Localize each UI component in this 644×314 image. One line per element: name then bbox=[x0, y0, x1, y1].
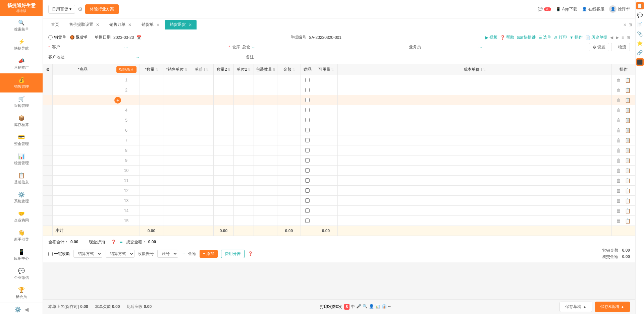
gift-cell-7[interactable] bbox=[301, 135, 314, 145]
available-cell-15[interactable] bbox=[314, 216, 338, 226]
pkg-cell-4[interactable] bbox=[254, 105, 277, 115]
goods-cell-7[interactable] bbox=[53, 135, 113, 145]
close-window-icon[interactable]: ✕ bbox=[623, 22, 627, 27]
unit2-cell-8[interactable] bbox=[234, 145, 254, 155]
calc-select[interactable]: 结算方式 bbox=[106, 250, 135, 258]
shortcut-link[interactable]: ⌨ 快捷键 bbox=[517, 35, 536, 40]
unit2-cell-6[interactable] bbox=[234, 125, 254, 135]
price-cell-12[interactable] bbox=[190, 186, 214, 196]
video-link[interactable]: ▶ 视频 bbox=[485, 35, 497, 40]
pkg-cell-9[interactable] bbox=[254, 155, 277, 166]
gift-checkbox-11[interactable] bbox=[305, 178, 310, 183]
pkg-cell-12[interactable] bbox=[254, 186, 277, 196]
amount-cell-3[interactable] bbox=[277, 95, 301, 105]
cost-cell-8[interactable] bbox=[338, 145, 612, 155]
address-dots[interactable]: ··· bbox=[136, 55, 139, 60]
pkg-cell-2[interactable] bbox=[254, 85, 277, 95]
gift-cell-2[interactable] bbox=[301, 85, 314, 95]
goods-cell-8[interactable] bbox=[53, 145, 113, 155]
gift-checkbox-7[interactable] bbox=[305, 138, 310, 142]
sidebar-item-wechat[interactable]: 💬企业微信 bbox=[0, 264, 43, 284]
account-dots[interactable]: ··· bbox=[181, 251, 185, 256]
sale-radio-input[interactable] bbox=[48, 35, 53, 40]
unit-cell-15[interactable] bbox=[163, 216, 190, 226]
copy-btn-8[interactable]: 📋 bbox=[624, 147, 632, 154]
gift-checkbox-14[interactable] bbox=[305, 208, 310, 213]
goods-input-10[interactable] bbox=[55, 168, 110, 173]
copy-btn-10[interactable]: 📋 bbox=[624, 167, 632, 174]
qty2-cell-1[interactable] bbox=[214, 75, 234, 85]
sidebar-item-collab[interactable]: 🤝企业协同 bbox=[0, 207, 43, 226]
unit2-cell-14[interactable] bbox=[234, 206, 254, 216]
operate-link[interactable]: ▼ 操作 bbox=[570, 35, 583, 40]
del-btn-13[interactable]: 🗑 bbox=[615, 197, 622, 204]
cost-cell-11[interactable] bbox=[338, 176, 612, 186]
sidebar-settings-icon[interactable]: ⚙️ bbox=[14, 306, 21, 313]
qty2-cell-2[interactable] bbox=[214, 85, 234, 95]
del-btn-7[interactable]: 🗑 bbox=[615, 137, 622, 144]
del-btn-10[interactable]: 🗑 bbox=[615, 167, 622, 174]
gift-checkbox-4[interactable] bbox=[305, 108, 310, 112]
goods-cell-9[interactable] bbox=[53, 155, 113, 166]
gift-checkbox-8[interactable] bbox=[305, 148, 310, 152]
available-cell-6[interactable] bbox=[314, 125, 338, 135]
amount-cell-10[interactable] bbox=[277, 166, 301, 176]
rp-icon-0[interactable]: 📋 bbox=[636, 2, 644, 9]
gift-cell-5[interactable] bbox=[301, 115, 314, 125]
cost-cell-2[interactable] bbox=[338, 85, 612, 95]
tab-close-3[interactable]: ✕ bbox=[156, 22, 160, 27]
cost-cell-1[interactable] bbox=[338, 75, 612, 85]
gift-cell-15[interactable] bbox=[301, 216, 314, 226]
qty2-cell-9[interactable] bbox=[214, 155, 234, 166]
copy-btn-3[interactable]: 📋 bbox=[624, 97, 632, 104]
sidebar-item-quick[interactable]: ⚡快捷导航 bbox=[0, 35, 43, 54]
unit-cell-11[interactable] bbox=[163, 176, 190, 186]
col-scan[interactable]: 扫码录入 bbox=[113, 64, 140, 75]
price-cell-11[interactable] bbox=[190, 176, 214, 186]
rp-icon-3[interactable]: 📎 bbox=[636, 30, 644, 38]
help-link[interactable]: ❓ 帮助 bbox=[500, 35, 514, 40]
unit-cell-14[interactable] bbox=[163, 206, 190, 216]
available-cell-10[interactable] bbox=[314, 166, 338, 176]
cost-cell-5[interactable] bbox=[338, 115, 612, 125]
sidebar-item-inventory[interactable]: 📦库存核算 bbox=[0, 112, 43, 131]
cost-cell-9[interactable] bbox=[338, 155, 612, 166]
amount-cell-11[interactable] bbox=[277, 176, 301, 186]
grid-view-icon[interactable]: ⊞ bbox=[627, 35, 630, 40]
sidebar-item-apps[interactable]: 📱应用中心 bbox=[0, 245, 43, 264]
unit2-cell-12[interactable] bbox=[234, 186, 254, 196]
qty2-cell-3[interactable] bbox=[214, 95, 234, 105]
save-new-btn[interactable]: 保存&新增 ▲ bbox=[595, 302, 630, 312]
scan-btn[interactable]: 扫码录入 bbox=[116, 66, 137, 73]
sidebar-item-search[interactable]: 🔍搜索菜单 bbox=[0, 16, 43, 35]
gift-cell-14[interactable] bbox=[301, 206, 314, 216]
goods-cell-4[interactable] bbox=[53, 105, 113, 115]
gift-checkbox-3[interactable] bbox=[305, 98, 310, 102]
available-cell-11[interactable] bbox=[314, 176, 338, 186]
rp-icon-5[interactable]: 🔗 bbox=[636, 49, 644, 56]
unit-cell-12[interactable] bbox=[163, 186, 190, 196]
goods-input-5[interactable] bbox=[55, 118, 110, 123]
app-download-item[interactable]: 📱 App下载 bbox=[556, 6, 577, 12]
amount-cell-7[interactable] bbox=[277, 135, 301, 145]
del-btn-3[interactable]: 🗑 bbox=[615, 97, 622, 104]
qty-cell-5[interactable] bbox=[140, 115, 163, 125]
tab-close-1[interactable]: ✕ bbox=[96, 22, 99, 27]
return-radio[interactable]: 退货单 bbox=[70, 35, 88, 40]
note-input[interactable] bbox=[256, 54, 357, 60]
unit2-cell-15[interactable] bbox=[234, 216, 254, 226]
copy-btn-2[interactable]: 📋 bbox=[624, 87, 632, 93]
one-click-checkbox[interactable] bbox=[48, 252, 53, 256]
sidebar-item-marketing[interactable]: 📣营销推广 bbox=[0, 54, 43, 73]
list-view-icon[interactable]: ≡ bbox=[622, 35, 624, 40]
goods-cell-15[interactable] bbox=[53, 216, 113, 226]
goods-input-12[interactable] bbox=[55, 188, 110, 193]
copy-btn-4[interactable]: 📋 bbox=[624, 107, 632, 114]
available-cell-13[interactable] bbox=[314, 196, 338, 206]
qty2-cell-12[interactable] bbox=[214, 186, 234, 196]
goods-cell-12[interactable] bbox=[53, 186, 113, 196]
copy-btn-1[interactable]: 📋 bbox=[624, 77, 632, 83]
return-radio-input[interactable] bbox=[70, 35, 74, 40]
online-service-item[interactable]: 👤 在线客服 bbox=[582, 6, 604, 12]
sidebar-item-basic[interactable]: 📋基础信息 bbox=[0, 169, 43, 188]
